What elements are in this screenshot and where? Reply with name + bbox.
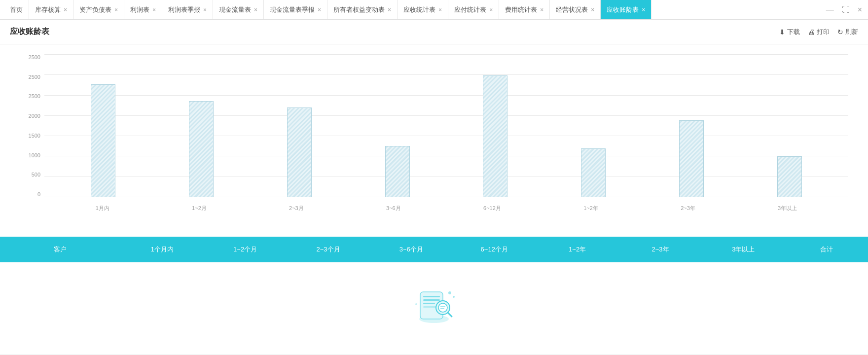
table-header-cell-1个月内: 1个月内 (121, 245, 204, 254)
close-tab-expenses-stats[interactable]: × (540, 6, 543, 13)
x-label: 3年以上 (778, 205, 797, 212)
table-header-cell-3~6个月: 3~6个月 (370, 245, 453, 254)
table-header-cell-合计: 合计 (785, 245, 868, 254)
tab-receivables-stats[interactable]: 应收统计表× (398, 0, 448, 20)
tab-cash-flow-quarterly[interactable]: 现金流量表季报× (264, 0, 327, 20)
table-header-cell-客户: 客户 (0, 245, 121, 254)
refresh-button[interactable]: ↻ 刷新 (837, 28, 858, 36)
table-header-cell-2~3个月: 2~3个月 (287, 245, 369, 254)
x-label: 1~2月 (192, 205, 207, 212)
svg-line-8 (448, 313, 452, 317)
svg-rect-5 (423, 306, 437, 308)
close-tab-receivables-aging[interactable]: × (642, 6, 645, 13)
close-tab-cash-flow-quarterly[interactable]: × (318, 6, 321, 13)
bar-group-2~3年 (679, 120, 704, 197)
bar (581, 148, 606, 197)
svg-rect-4 (423, 303, 435, 304)
bar (91, 84, 115, 197)
bar (287, 107, 312, 197)
x-label: 6~12月 (483, 205, 501, 212)
close-tab-cash-flow[interactable]: × (254, 6, 257, 13)
close-tab-operations[interactable]: × (591, 6, 594, 13)
y-label: 2500 (29, 74, 40, 80)
empty-state (0, 262, 868, 341)
tab-bar: 首页 库存核算×资产负债表×利润表×利润表季报×现金流量表×现金流量表季报×所有… (0, 0, 868, 20)
bar-group-6~12月 (483, 75, 507, 197)
tab-profit-quarterly[interactable]: 利润表季报× (162, 0, 213, 20)
y-label: 500 (32, 172, 40, 178)
table-header: 客户1个月内1~2个月2~3个月3~6个月6~12个月1~2年2~3年3年以上合… (0, 237, 868, 262)
header-actions: ⬇ 下载 🖨 打印 ↻ 刷新 (779, 28, 858, 36)
bar-group-1~2年 (581, 148, 606, 197)
svg-point-7 (438, 303, 447, 312)
bar (189, 101, 214, 197)
bar (385, 146, 410, 197)
x-label: 1~2年 (583, 205, 598, 212)
table-header-cell-6~12个月: 6~12个月 (453, 245, 536, 254)
print-button[interactable]: 🖨 打印 (808, 28, 830, 36)
x-label: 1月内 (96, 205, 109, 212)
close-tab-profit[interactable]: × (152, 6, 156, 13)
page-title: 应收账龄表 (10, 27, 49, 37)
svg-point-13 (415, 303, 417, 305)
tab-operations[interactable]: 经营状况表× (550, 0, 601, 20)
download-button[interactable]: ⬇ 下载 (779, 28, 800, 36)
x-label: 2~3月 (289, 205, 304, 212)
y-label: 1000 (29, 152, 40, 158)
bars-container (44, 54, 848, 197)
table-header-cell-3年以上: 3年以上 (702, 245, 785, 254)
bar-group-2~3月 (287, 107, 312, 197)
table-header-cell-1~2年: 1~2年 (536, 245, 618, 254)
y-label: 0 (37, 191, 40, 197)
y-label: 2000 (29, 113, 40, 119)
refresh-icon: ↻ (837, 28, 843, 36)
minimize-icon[interactable]: — (824, 3, 836, 16)
tab-expenses-stats[interactable]: 费用统计表× (499, 0, 550, 20)
main-content: 2500250025002000150010005000 1月内1~2月2~3月… (0, 44, 868, 354)
x-label: 3~6月 (386, 205, 401, 212)
y-label: 2500 (29, 54, 40, 60)
svg-point-11 (448, 291, 451, 294)
tab-equity-changes[interactable]: 所有者权益变动表× (327, 0, 398, 20)
table-header-cell-2~3年: 2~3年 (619, 245, 702, 254)
y-label: 2500 (29, 93, 40, 99)
close-tab-equity-changes[interactable]: × (388, 6, 391, 13)
bar-group-1月内 (91, 84, 115, 197)
close-tab-balance-sheet[interactable]: × (114, 6, 118, 13)
x-axis: 1月内1~2月2~3月3~6月6~12月1~2年2~3年3年以上 (44, 197, 848, 212)
tab-home[interactable]: 首页 (4, 0, 29, 20)
tab-cash-flow[interactable]: 现金流量表× (213, 0, 264, 20)
download-icon: ⬇ (779, 28, 785, 36)
tab-receivables-aging[interactable]: 应收账龄表× (601, 0, 651, 20)
table-header-cell-1~2个月: 1~2个月 (204, 245, 287, 254)
bar (679, 120, 704, 197)
y-axis: 2500250025002000150010005000 (20, 54, 44, 197)
print-icon: 🖨 (808, 28, 815, 36)
svg-point-12 (453, 296, 455, 298)
svg-rect-2 (423, 296, 440, 297)
maximize-icon[interactable]: ⛶ (840, 3, 852, 16)
bar (777, 156, 802, 197)
chart-area: 2500250025002000150010005000 1月内1~2月2~3月… (0, 44, 868, 237)
bar (483, 75, 507, 197)
x-label: 2~3年 (681, 205, 695, 212)
tab-payables-stats[interactable]: 应付统计表× (448, 0, 499, 20)
chart-body (44, 54, 848, 197)
tab-profit[interactable]: 利润表× (124, 0, 162, 20)
close-tab-inventory[interactable]: × (64, 6, 67, 13)
empty-icon (409, 282, 459, 326)
close-icon[interactable]: × (856, 3, 864, 16)
bar-group-1~2月 (189, 101, 214, 197)
bar-group-3年以上 (777, 156, 802, 197)
svg-rect-3 (423, 299, 440, 301)
page-header: 应收账龄表 ⬇ 下载 🖨 打印 ↻ 刷新 (0, 20, 868, 44)
tab-inventory[interactable]: 库存核算× (29, 0, 73, 20)
close-tab-receivables-stats[interactable]: × (438, 6, 442, 13)
close-tab-payables-stats[interactable]: × (489, 6, 493, 13)
bar-group-3~6月 (385, 146, 410, 197)
tab-balance-sheet[interactable]: 资产负债表× (73, 0, 124, 20)
close-tab-profit-quarterly[interactable]: × (203, 6, 207, 13)
y-label: 1500 (29, 133, 40, 139)
tab-bar-actions: — ⛶ × (824, 3, 864, 16)
chart-container: 2500250025002000150010005000 1月内1~2月2~3月… (20, 54, 848, 212)
